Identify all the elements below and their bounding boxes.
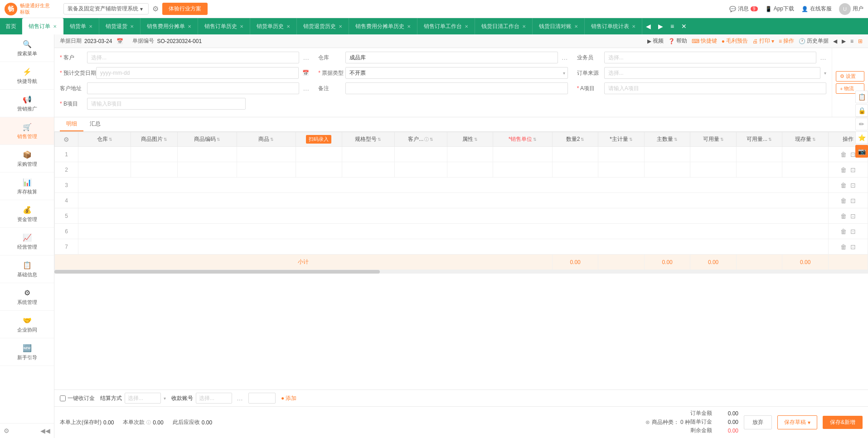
row-1-code[interactable] [178, 147, 237, 162]
row-1-image[interactable] [131, 147, 178, 162]
tab-return-history-close[interactable]: ✕ [339, 24, 342, 29]
row-1-attributes[interactable] [447, 147, 493, 162]
date-value[interactable]: 2023-03-24 [84, 38, 112, 44]
row-1-available[interactable] [690, 147, 737, 162]
settings-icon[interactable]: ⚙ [152, 5, 159, 13]
discard-button[interactable]: 放弃 [744, 415, 772, 429]
main-unit-sort[interactable]: *主计量 ⇅ [610, 135, 633, 143]
tab-sales-order[interactable]: 销售订单 ✕ [22, 18, 63, 34]
tab-reconcile[interactable]: 钱货日清对账 ✕ [533, 18, 585, 34]
row-6-delete-icon[interactable]: 🗑 [840, 228, 847, 235]
row-7-delete-icon[interactable]: 🗑 [840, 243, 847, 250]
row-2-stock[interactable] [782, 162, 829, 178]
warehouse-input[interactable] [345, 52, 558, 63]
sidebar-item-collaboration[interactable]: 🤝 企业协同 [0, 311, 54, 338]
row-2-delete-icon[interactable]: 🗑 [840, 166, 847, 173]
tab-nav-prev[interactable]: ◀ [642, 18, 655, 34]
tab-return-history[interactable]: 销货退货历史 ✕ [297, 18, 349, 34]
right-panel-icon-1[interactable]: 📋 [855, 91, 868, 103]
row-6-copy-icon[interactable]: ⊡ [850, 228, 856, 235]
tab-sales-slip[interactable]: 销货单 ✕ [63, 18, 99, 34]
grid-view-btn[interactable]: ⊞ [858, 38, 863, 44]
account-more-icon[interactable]: … [237, 395, 243, 402]
row-2-product[interactable] [237, 162, 296, 178]
one-click-checkbox-input[interactable] [60, 395, 66, 401]
tab-fee-history-close[interactable]: ✕ [407, 24, 411, 29]
delivery-calendar-icon[interactable]: 📅 [302, 70, 309, 76]
calendar-icon[interactable]: 📅 [116, 38, 123, 44]
row-1-customer-code[interactable] [394, 147, 447, 162]
row-2-sales-unit[interactable] [493, 162, 553, 178]
row-2-quantity2[interactable] [552, 162, 598, 178]
view-video-btn[interactable]: ▶ 视频 [647, 37, 664, 45]
tab-nav-more[interactable]: ≡ [667, 18, 678, 34]
ticket-type-select[interactable]: 不开票 [345, 67, 567, 79]
row-1-main-unit[interactable] [598, 147, 645, 162]
right-panel-icon-2[interactable]: 🔒 [855, 104, 868, 117]
sidebar-item-sales[interactable]: 🛒 销售管理 [0, 117, 54, 145]
order-source-input[interactable] [604, 67, 820, 79]
solution-button[interactable]: 体验行业方案 [162, 3, 208, 15]
available2-sort[interactable]: 可用量... ⇅ [747, 135, 772, 143]
tab-daily-clear-close[interactable]: ✕ [522, 24, 526, 29]
tab-daily-clear[interactable]: 钱货日清工作台 ✕ [475, 18, 533, 34]
tab-stats-close[interactable]: ✕ [632, 24, 635, 29]
save-new-button[interactable]: 保存&新增 [823, 416, 863, 429]
row-7-copy-icon[interactable]: ⊡ [850, 243, 856, 250]
row-1-delete-icon[interactable]: 🗑 [840, 151, 847, 158]
nav-next-btn[interactable]: ▶ [842, 38, 846, 44]
tab-slip-history[interactable]: 销货单历史 ✕ [250, 18, 297, 34]
tab-sales-order-close[interactable]: ✕ [53, 24, 57, 29]
spec-sort[interactable]: 规格型号 ⇅ [355, 135, 381, 143]
tab-sales-return-close[interactable]: ✕ [130, 24, 134, 29]
sidebar-item-finance[interactable]: 💰 资金管理 [0, 200, 54, 228]
row-2-main-quantity[interactable] [644, 162, 690, 178]
shortcut-btn[interactable]: ⌨ 快捷键 [692, 37, 717, 45]
tab-order-history[interactable]: 销售订单历史 ✕ [198, 18, 250, 34]
quantity2-sort[interactable]: 数量2 ⇅ [566, 135, 585, 143]
row-3-copy-icon[interactable]: ⊡ [850, 182, 856, 189]
profit-btn[interactable]: ● 毛利预告 [722, 37, 748, 45]
row-1-copy-icon[interactable]: ⊡ [850, 151, 856, 158]
main-quantity-sort[interactable]: 主数量 ⇅ [657, 135, 678, 143]
payment-dropdown-icon[interactable]: ▾ [164, 396, 166, 401]
customer-more-icon[interactable]: … [303, 54, 309, 61]
sidebar-item-inventory[interactable]: 📊 库存核算 [0, 173, 54, 200]
tab-sales-return[interactable]: 销货退货 ✕ [99, 18, 141, 34]
scan-btn[interactable]: 扫码录入 [306, 135, 331, 144]
row-2-available2[interactable] [736, 162, 782, 178]
sidebar-item-purchase[interactable]: 📦 采购管理 [0, 145, 54, 173]
tab-fee-split-close[interactable]: ✕ [188, 24, 191, 29]
row-1-stock[interactable] [782, 147, 829, 162]
message-button[interactable]: 💬 消息 9 [729, 5, 758, 13]
right-panel-icon-4[interactable]: ⭐ [855, 131, 868, 144]
sidebar-item-search[interactable]: 🔍 搜索菜单 [0, 34, 54, 62]
product-code-sort[interactable]: 商品编码 ⇅ [194, 135, 220, 143]
sidebar-collapse-icon[interactable]: ◀◀ [40, 427, 50, 434]
user-avatar[interactable]: U 用户 [839, 3, 863, 15]
app-download-button[interactable]: 📱 App下载 [765, 5, 794, 13]
row-3-delete-icon[interactable]: 🗑 [840, 182, 847, 189]
row-2-customer-code[interactable] [394, 162, 447, 178]
tab-detail[interactable]: 明细 [60, 117, 83, 131]
row-1-spec[interactable] [342, 147, 394, 162]
customer-input[interactable] [87, 52, 299, 63]
row-2-available[interactable] [690, 162, 737, 178]
row-1-warehouse[interactable] [78, 147, 131, 162]
settings-btn[interactable]: ⚙ 设置 [836, 71, 864, 82]
tab-order-workbench-close[interactable]: ✕ [465, 24, 468, 29]
th-settings[interactable]: ⚙ [55, 132, 78, 147]
row-5-delete-icon[interactable]: 🗑 [840, 212, 847, 220]
delivery-date-input[interactable] [96, 67, 299, 79]
add-payment-btn[interactable]: ● 添加 [281, 395, 296, 402]
save-draft-dropdown-icon[interactable]: ▾ [808, 419, 810, 426]
row-2-main-unit[interactable] [598, 162, 645, 178]
tab-fee-split[interactable]: 销售费用分摊单 ✕ [141, 18, 198, 34]
row-2-spec[interactable] [342, 162, 394, 178]
nav-prev-btn[interactable]: ◀ [833, 38, 837, 44]
list-view-btn[interactable]: ≡ [850, 38, 853, 44]
scrollbar-thumb[interactable] [54, 270, 380, 274]
sidebar-item-quick-nav[interactable]: ⚡ 快捷导航 [0, 62, 54, 90]
tab-nav-close-all[interactable]: ✕ [678, 18, 690, 34]
tab-slip-history-close[interactable]: ✕ [286, 24, 290, 29]
